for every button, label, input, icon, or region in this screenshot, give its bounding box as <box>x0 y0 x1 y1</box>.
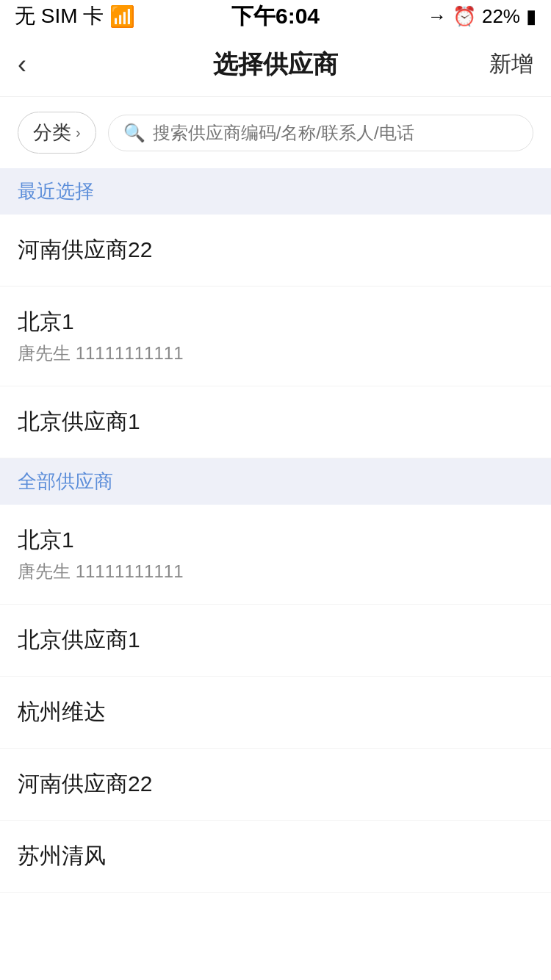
supplier-name: 河南供应商22 <box>18 769 533 799</box>
list-item[interactable]: 北京供应商1 <box>0 386 551 458</box>
search-bar: 🔍 <box>108 115 533 151</box>
list-item[interactable]: 苏州清风 <box>0 821 551 893</box>
supplier-name: 河南供应商22 <box>18 235 533 265</box>
list-item[interactable]: 河南供应商22 <box>0 215 551 287</box>
section-header-all: 全部供应商 <box>0 458 551 505</box>
list-item[interactable]: 杭州维达 <box>0 677 551 749</box>
list-item[interactable]: 北京1唐先生 11111111111 <box>0 505 551 605</box>
alarm-icon: ⏰ <box>453 5 476 28</box>
list-item[interactable]: 河南供应商22 <box>0 749 551 821</box>
status-left: 无 SIM 卡 📶 <box>15 2 135 30</box>
status-bar: 无 SIM 卡 📶 下午6:04 → ⏰ 22% ▮ <box>0 0 551 32</box>
wifi-icon: 📶 <box>109 4 135 29</box>
status-time: 下午6:04 <box>231 1 320 32</box>
supplier-name: 杭州维达 <box>18 697 533 727</box>
supplier-sub: 唐先生 11111111111 <box>18 342 533 365</box>
supplier-name: 北京1 <box>18 525 533 555</box>
search-icon: 🔍 <box>123 123 145 143</box>
section-header-recent: 最近选择 <box>0 168 551 215</box>
no-sim-text: 无 SIM 卡 <box>15 2 104 30</box>
category-label: 分类 <box>33 120 71 145</box>
list-item[interactable]: 北京1唐先生 11111111111 <box>0 287 551 386</box>
supplier-name: 北京1 <box>18 307 533 337</box>
new-button[interactable]: 新增 <box>489 49 533 79</box>
battery-icon: ▮ <box>526 5 536 28</box>
battery-text: 22% <box>482 5 520 28</box>
supplier-name: 北京供应商1 <box>18 625 533 655</box>
back-button[interactable]: ‹ <box>18 49 62 80</box>
sections-container: 最近选择河南供应商22北京1唐先生 11111111111北京供应商1全部供应商… <box>0 168 551 893</box>
category-button[interactable]: 分类 › <box>18 112 96 154</box>
nav-bar: ‹ 选择供应商 新增 <box>0 32 551 97</box>
status-right: → ⏰ 22% ▮ <box>428 5 536 28</box>
supplier-name: 苏州清风 <box>18 841 533 871</box>
page-title: 选择供应商 <box>213 48 338 82</box>
supplier-name: 北京供应商1 <box>18 407 533 437</box>
search-input[interactable] <box>153 123 518 143</box>
list-item[interactable]: 北京供应商1 <box>0 605 551 677</box>
filter-bar: 分类 › 🔍 <box>0 97 551 168</box>
section-label-all: 全部供应商 <box>18 470 113 492</box>
location-icon: → <box>428 5 447 28</box>
supplier-sub: 唐先生 11111111111 <box>18 560 533 583</box>
section-label-recent: 最近选择 <box>18 180 94 202</box>
chevron-right-icon: › <box>76 124 81 141</box>
